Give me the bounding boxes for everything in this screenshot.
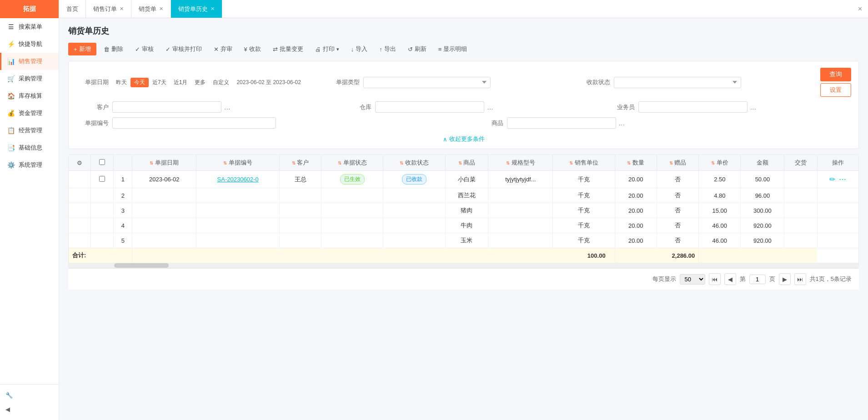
- sidebar-item-sales-mgmt[interactable]: 📊 销售管理: [0, 53, 59, 70]
- collect-button[interactable]: ¥ 收款: [240, 43, 266, 55]
- tab-sales-delivery-close[interactable]: ✕: [159, 6, 163, 12]
- window-close-button[interactable]: ✕: [852, 0, 868, 18]
- page-size-select[interactable]: 10 20 50 100: [680, 274, 705, 285]
- row4-quantity: 20.00: [615, 218, 657, 233]
- prev-page-button[interactable]: ◀: [724, 273, 736, 285]
- batch-change-button[interactable]: ⇄ 批量变更: [268, 43, 308, 55]
- row3-product: 猪肉: [445, 203, 488, 218]
- scroll-thumb[interactable]: [114, 263, 169, 268]
- row4-checkbox[interactable]: [90, 218, 114, 233]
- sidebar-item-quick-nav[interactable]: ⚡ 快捷导航: [0, 35, 59, 53]
- refresh-button[interactable]: ↺ 刷新: [403, 43, 431, 55]
- sidebar-bottom-collapse[interactable]: ◀: [0, 402, 59, 416]
- col-doc-date[interactable]: ⇅ 单据日期: [132, 155, 196, 171]
- col-quantity[interactable]: ⇅ 数量: [615, 155, 657, 171]
- row1-check[interactable]: [99, 176, 105, 182]
- col-doc-number[interactable]: ⇅ 单据编号: [196, 155, 280, 171]
- first-page-button[interactable]: ⏮: [709, 273, 721, 285]
- row2-actions: [817, 188, 858, 203]
- tab-sales-delivery[interactable]: 销货单 ✕: [131, 0, 171, 18]
- date-filter-col: 单据日期 昨天 今天 近7天 近1月 更多 自定义 2023-06-02 至 2…: [76, 78, 313, 87]
- col-payment-status[interactable]: ⇅ 收款状态: [383, 155, 445, 171]
- sidebar-bottom-settings[interactable]: 🔧: [0, 388, 59, 402]
- new-button[interactable]: + 新增: [68, 43, 96, 55]
- horizontal-scrollbar[interactable]: [69, 263, 858, 268]
- row3-checkbox[interactable]: [90, 203, 114, 218]
- date-btn-yesterday[interactable]: 昨天: [112, 78, 130, 87]
- col-spec-type[interactable]: ⇅ 规格型号: [488, 155, 553, 171]
- sidebar-item-basic-info[interactable]: 📑 基础信息: [0, 139, 59, 156]
- date-btn-more[interactable]: 更多: [191, 78, 209, 87]
- col-customer[interactable]: ⇅ 客户: [279, 155, 321, 171]
- doc-number-input[interactable]: [112, 117, 276, 129]
- collapse-icon: ◀: [5, 406, 10, 413]
- sidebar-item-purchase-mgmt[interactable]: 🛒 采购管理: [0, 70, 59, 87]
- refresh-label: 刷新: [415, 45, 426, 53]
- product-input[interactable]: [507, 117, 616, 129]
- sidebar-item-finance-mgmt[interactable]: 💰 资金管理: [0, 105, 59, 122]
- tab-sales-order-close[interactable]: ✕: [120, 6, 124, 12]
- biz-rep-dots[interactable]: ...: [748, 103, 759, 111]
- row2-trade: [784, 188, 818, 203]
- audit-print-button[interactable]: ✓ 审核并打印: [161, 43, 206, 55]
- audit-button[interactable]: ✓ 审核: [130, 43, 158, 55]
- col-settings[interactable]: ⚙: [69, 155, 90, 171]
- last-page-button[interactable]: ⏭: [794, 273, 806, 285]
- next-page-button[interactable]: ▶: [779, 273, 791, 285]
- tab-home[interactable]: 首页: [59, 0, 86, 18]
- col-gift[interactable]: ⇅ 赠品: [657, 155, 698, 171]
- select-all-checkbox[interactable]: [99, 159, 105, 165]
- page-content: 销货单历史 + 新增 🗑 删除 ✓ 审核 ✓ 审核并打印 ✕ 弃审: [59, 18, 868, 420]
- payment-status-select[interactable]: [614, 77, 741, 88]
- col-unit-price[interactable]: ⇅ 单价: [699, 155, 741, 171]
- sidebar-item-operations-mgmt[interactable]: 📋 经营管理: [0, 122, 59, 139]
- audit-icon: ✓: [135, 46, 140, 53]
- query-button[interactable]: 查询: [820, 68, 851, 81]
- tab-sales-history[interactable]: 销货单历史 ✕: [171, 0, 222, 18]
- col-product[interactable]: ⇅ 商品: [445, 155, 488, 171]
- row5-customer: [279, 233, 321, 248]
- audit-label: 审核: [142, 45, 154, 53]
- export-button[interactable]: ↑ 导出: [375, 43, 401, 55]
- row5-checkbox[interactable]: [90, 233, 114, 248]
- row1-more-icon[interactable]: ⋯: [839, 175, 846, 184]
- customer-input[interactable]: [112, 101, 221, 113]
- basic-info-icon: 📑: [7, 144, 15, 151]
- sidebar-item-search-menu[interactable]: ☰ 搜索菜单: [0, 18, 59, 35]
- import-button[interactable]: ↓ 导入: [346, 43, 372, 55]
- batch-change-label: 批量变更: [280, 45, 303, 53]
- date-btn-today[interactable]: 今天: [130, 78, 149, 87]
- tab-sales-order[interactable]: 销售订单 ✕: [86, 0, 131, 18]
- abandon-button[interactable]: ✕ 弃审: [209, 43, 237, 55]
- warehouse-dots[interactable]: ...: [484, 103, 496, 111]
- doc-type-select[interactable]: [363, 77, 491, 88]
- col-checkbox[interactable]: [90, 155, 114, 171]
- sort-icon-9: ⇅: [627, 160, 631, 165]
- page-number-input[interactable]: [749, 275, 766, 284]
- col-sales-unit[interactable]: ⇅ 销售单位: [553, 155, 615, 171]
- row5-spec-type: [488, 233, 553, 248]
- row1-doc-number-link[interactable]: SA-20230602-0: [217, 176, 259, 183]
- product-dots[interactable]: ...: [616, 119, 627, 127]
- collapse-button[interactable]: ∧ 收起更多条件: [76, 133, 851, 145]
- settings-button[interactable]: 设置: [820, 83, 851, 97]
- print-button[interactable]: 🖨 打印: [311, 43, 344, 55]
- date-range-row: 昨天 今天 近7天 近1月 更多 自定义 2023-06-02 至 2023-0…: [112, 78, 301, 87]
- show-detail-button[interactable]: ≡ 显示明细: [434, 43, 472, 55]
- tab-sales-history-close[interactable]: ✕: [211, 6, 215, 12]
- sidebar-item-system-mgmt[interactable]: ⚙️ 系统管理: [0, 156, 59, 174]
- biz-rep-input[interactable]: [638, 101, 748, 113]
- row2-checkbox[interactable]: [90, 188, 114, 203]
- row1-checkbox[interactable]: [90, 171, 114, 188]
- date-btn-custom[interactable]: 自定义: [209, 78, 233, 87]
- delete-button[interactable]: 🗑 删除: [99, 43, 128, 55]
- warehouse-input[interactable]: [375, 101, 484, 113]
- row1-edit-icon[interactable]: ✏: [829, 175, 835, 184]
- date-btn-1month[interactable]: 近1月: [170, 78, 191, 87]
- sidebar-item-inventory[interactable]: 🏠 库存核算: [0, 87, 59, 105]
- date-btn-7days[interactable]: 近7天: [149, 78, 170, 87]
- col-doc-status[interactable]: ⇅ 单据状态: [321, 155, 383, 171]
- product-filter-col: 商品 ...: [471, 117, 852, 129]
- customer-dots[interactable]: ...: [221, 103, 233, 111]
- row1-amount: 50.00: [741, 171, 784, 188]
